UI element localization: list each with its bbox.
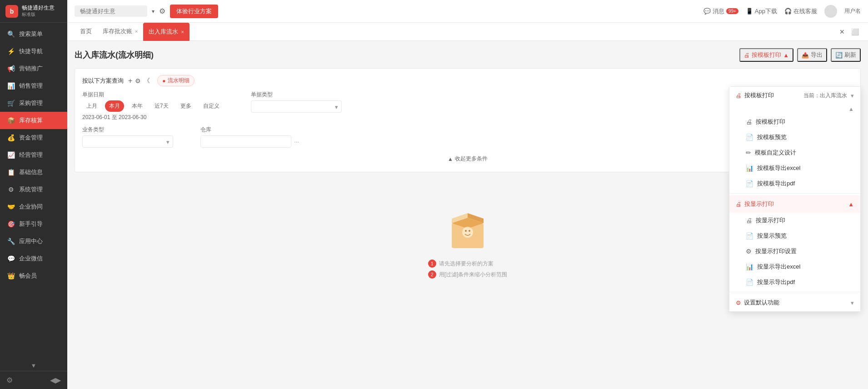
biztype-select[interactable] [82,135,173,148]
tab-home[interactable]: 首页 [75,23,97,41]
template-export-pdf-icon: 📄 [746,180,753,187]
dropdown-template-chevron-icon: ▾ [851,92,854,99]
display-export-pdf-icon: 📄 [746,279,753,286]
filter-settings-icon[interactable]: ⚙ [135,77,141,85]
sidebar-item-purchase[interactable]: 🛒 采购管理 [0,95,67,112]
content-area: 出入库流水(流水明细) 🖨 按模板打印 ▲ 📤 导出 🔄 刷新 [67,41,868,389]
dropdown-scroll-up[interactable]: ▲ [729,104,860,114]
industry-solution-button[interactable]: 体验行业方案 [170,5,218,18]
filter-collapse-icon[interactable]: 《 [144,77,150,85]
sidebar-item-label: 基础信息 [19,168,43,176]
dropdown-item-display-export-excel[interactable]: 📊 按显示导出excel [729,259,860,274]
search-dropdown-icon[interactable]: ▾ [152,8,155,15]
customer-service-button[interactable]: 🎧 在线客服 [784,7,817,15]
dropdown-display-chevron-up-icon: ▲ [848,201,854,208]
template-export-excel-icon: 📊 [746,165,753,172]
purchase-icon: 🛒 [6,100,15,107]
doctype-select[interactable] [251,100,342,113]
dropdown-item-template-print[interactable]: 🖨 按模板打印 [729,114,860,130]
current-template-label: 当前：出入库流水 [803,92,847,99]
page-header: 出入库流水(流水明细) 🖨 按模板打印 ▲ 📤 导出 🔄 刷新 [75,48,861,62]
dropdown-item-display-print-settings[interactable]: ⚙ 按显示打印设置 [729,244,860,259]
display-export-excel-label: 按显示导出excel [757,263,800,271]
sidebar-item-operations[interactable]: 📈 经营管理 [0,146,67,164]
sidebar-item-funds[interactable]: 💰 资金管理 [0,129,67,146]
tab-home-label: 首页 [80,27,92,35]
sidebar-item-system[interactable]: ⚙ 系统管理 [0,181,67,198]
sidebar-footer: ⚙ ◀▶ [0,371,67,389]
sidebar-item-newbie[interactable]: 🎯 新手引导 [0,215,67,233]
app-logo: b [5,5,18,18]
display-preview-icon: 📄 [746,232,753,239]
sidebar-item-label: 企业微信 [19,254,43,263]
date-btn-custom[interactable]: 自定义 [199,100,224,112]
dropdown-item-template-customize[interactable]: ✏ 模板自定义设计 [729,145,860,160]
dropdown-item-display-print[interactable]: 🖨 按显示打印 [729,213,860,228]
refresh-button[interactable]: 🔄 刷新 [831,48,861,62]
date-field-label: 单据日期 [82,91,224,99]
message-button[interactable]: 💬 消息 99+ [703,7,738,15]
filter-add-button[interactable]: + [128,77,132,85]
doctype-select-wrap [251,100,342,113]
tab-inout-label: 出入库流水 [149,28,178,36]
date-btn-7days[interactable]: 近7天 [150,100,173,112]
dropdown-item-template-export-excel[interactable]: 📊 按模板导出excel [729,160,860,176]
footer-collapse-icon[interactable]: ◀▶ [50,376,61,384]
sidebar-item-cooperation[interactable]: 🤝 企业协同 [0,198,67,215]
marketing-icon: 📢 [6,65,15,72]
print-chevron-up-icon: ▲ [783,52,789,59]
sidebar-item-sales[interactable]: 📊 销售管理 [0,77,67,95]
collapse-label: 收起更多条件 [455,155,488,163]
footer-settings-icon[interactable]: ⚙ [6,376,13,384]
dropdown-item-display-preview[interactable]: 📄 按显示预览 [729,228,860,244]
date-btn-more[interactable]: 更多 [176,100,195,112]
print-template-label: 按模板打印 [752,51,781,59]
close-window-icon[interactable]: ✕ [838,27,847,36]
dropdown-item-template-preview[interactable]: 📄 按模板预览 [729,130,860,145]
sidebar-item-marketing[interactable]: 📢 营销推广 [0,60,67,77]
maximize-window-icon[interactable]: ⬜ [849,27,861,36]
warehouse-input[interactable] [200,135,291,148]
date-btn-last-month[interactable]: 上月 [82,100,101,112]
sidebar-item-label: 经营管理 [19,151,43,159]
display-header-content: 🖨 按显示打印 [736,200,774,208]
search-input[interactable] [75,5,147,17]
sidebar-item-basic[interactable]: 📋 基础信息 [0,164,67,181]
collapse-more-button[interactable]: ▲ 收起更多条件 [448,155,488,163]
date-options-row: 上月 本月 本年 近7天 更多 自定义 [82,100,224,112]
tab-batch[interactable]: 库存批次账 × [97,23,143,41]
sidebar-scroll-down[interactable]: ▼ [0,360,67,371]
sidebar-item-label: 营销推广 [19,65,43,73]
active-filter-tag[interactable]: ● 流水明细 [157,75,194,86]
date-btn-this-month[interactable]: 本月 [105,100,124,112]
sidebar-item-inventory[interactable]: 📦 库存核算 [0,112,67,129]
template-customize-label: 模板自定义设计 [755,149,796,157]
sidebar-item-search[interactable]: 🔍 搜索菜单 [0,25,67,43]
template-print-item-label: 按模板打印 [756,118,785,126]
print-header-icon: 🖨 [736,92,742,99]
filter-warehouse-field: 仓库 ··· [200,126,299,148]
export-button[interactable]: 📤 导出 [797,48,827,62]
print-template-button[interactable]: 🖨 按模板打印 ▲ [739,48,793,62]
sidebar-item-wechat[interactable]: 💬 企业微信 [0,250,67,267]
dropdown-template-print-header[interactable]: 🖨 按模板打印 当前：出入库流水 ▾ [729,87,860,104]
tab-batch-close-icon[interactable]: × [135,29,138,34]
sidebar-item-appcenter[interactable]: 🔧 应用中心 [0,233,67,250]
customer-service-label: 在线客服 [793,7,817,15]
date-btn-this-year[interactable]: 本年 [128,100,147,112]
print-dropdown-panel: 🖨 按模板打印 当前：出入库流水 ▾ ▲ 🖨 按模板打印 📄 [729,86,861,312]
dropdown-item-template-export-pdf[interactable]: 📄 按模板导出pdf [729,176,860,191]
user-avatar[interactable] [824,5,837,18]
topbar-gear-icon[interactable]: ⚙ [159,7,165,15]
template-preview-label: 按模板预览 [757,133,787,141]
dropdown-item-display-export-pdf[interactable]: 📄 按显示导出pdf [729,274,860,290]
tab-inout-close-icon[interactable]: × [181,29,184,35]
app-download-button[interactable]: 📱 App下载 [746,7,777,15]
sidebar-item-quicknav[interactable]: ⚡ 快捷导航 [0,43,67,60]
dropdown-set-default-header[interactable]: ⚙ 设置默认功能 ▾ [729,294,860,311]
sidebar-title-block: 畅捷通好生意 标准版 [22,5,55,18]
dropdown-display-print-header[interactable]: 🖨 按显示打印 ▲ [729,195,860,213]
warehouse-more-icon[interactable]: ··· [294,138,299,145]
tab-inout[interactable]: 出入库流水 × [143,23,189,41]
sidebar-item-vip[interactable]: 👑 畅会员 [0,267,67,284]
